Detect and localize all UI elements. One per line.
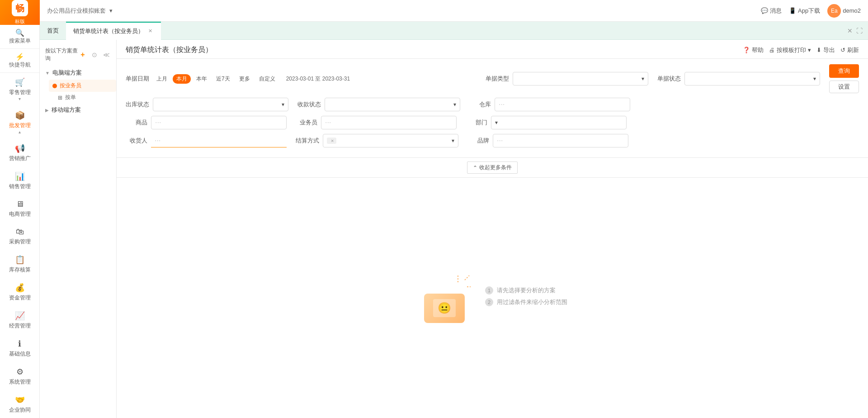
date-tab-last-month[interactable]: 上月 [153,74,171,84]
tree-node-desktop[interactable]: ▼ 电脑端方案 [40,66,116,80]
app-name-label: 办公用品行业模拟账套 [47,7,106,15]
date-tab-custom[interactable]: 自定义 [255,74,279,84]
logo-icon: 畅 [12,0,28,16]
user-profile-btn[interactable]: Ea demo2 [827,4,861,18]
wholesale-icon: 📦 [15,110,25,120]
retail-icon: 🛒 [15,77,25,87]
query-button[interactable]: 查询 [829,64,859,78]
add-scheme-btn[interactable]: + [78,50,87,59]
product-select[interactable]: ··· [151,116,287,129]
settings-button[interactable]: 设置 [829,81,859,93]
help-btn[interactable]: ❓ 帮助 [743,46,764,54]
tab-home[interactable]: 首页 [40,22,66,40]
sidebar-item-basic-info[interactable]: ℹ 基础信息 [0,334,39,362]
tree-node-by-salesperson[interactable]: 按业务员 [49,80,116,92]
department-select[interactable]: ▾ [491,116,627,129]
tree-child-desktop: 按业务员 ⊞ 按单 [40,80,116,103]
empty-hint-2: 2 用过滤条件来缩小分析范围 [485,298,567,306]
left-panel-title: 按以下方案查询 [45,47,78,62]
tree-node-desktop-label: 电脑端方案 [52,69,82,77]
chevron-down-icon: ▾ [452,138,454,144]
date-label: 单据日期 [126,75,153,83]
message-icon: 💬 [761,7,768,14]
settlement-select[interactable]: × ▾ [323,134,458,147]
date-tab-this-year[interactable]: 本年 [193,74,211,84]
sidebar-item-finance[interactable]: 💰 资金管理 [0,278,39,306]
chevron-up-icon: ⌃ [473,165,477,171]
left-panel-header: 按以下方案查询 + ⊙ ≪ [40,45,116,66]
print-btn[interactable]: 🖨 按模板打印 ▾ [769,46,811,54]
chevron-down-icon: ▾ [495,119,498,126]
salesperson-select[interactable]: ··· [321,116,457,129]
avatar: Ea [827,4,841,18]
out-status-label: 出库状态 [126,100,153,109]
brand-select[interactable]: ··· [493,134,628,147]
filter-row-2: 出库状态 ▾ 收款状态 ▾ 仓库 ··· [126,98,859,111]
message-btn[interactable]: 💬 消息 [761,7,782,15]
settlement-clear-btn[interactable]: × [331,138,334,143]
sidebar-item-ecommerce[interactable]: 🖥 电商管理 [0,195,39,223]
tab-close-icon[interactable]: ✕ [146,28,154,35]
sidebar-item-inventory[interactable]: 📋 库存核算 [0,250,39,278]
sidebar-item-search[interactable]: 🔍 搜索菜单 [0,25,39,49]
tree-node-mobile[interactable]: ▶ 移动端方案 [40,103,116,117]
order-status-select[interactable]: ▾ [684,72,820,86]
edit-scheme-btn[interactable]: ⊙ [90,50,99,59]
export-btn[interactable]: ⬇ 导出 [816,46,835,54]
topbar: 办公用品行业模拟账套 ▾ 💬 消息 📱 App下载 Ea demo2 [40,0,868,22]
receiver-label: 收货人 [126,137,151,145]
order-type-select[interactable]: ▾ [513,72,648,86]
date-tab-7days[interactable]: 近7天 [212,74,234,84]
collapse-filters-btn[interactable]: ⌃ 收起更多条件 [467,162,518,174]
tree-grandchild: ⊞ 按单 [49,92,116,103]
sidebar-item-wholesale[interactable]: 📦 批发管理 ▴ [0,106,39,139]
box-face-icon: 😐 [438,302,451,314]
receive-status-select[interactable]: ▾ [325,98,460,111]
salesperson-label: 业务员 [296,119,321,127]
refresh-btn[interactable]: ↺ 刷新 [840,46,859,54]
chevron-down-icon: ▾ [813,76,816,82]
sidebar-item-quicknav[interactable]: ⚡ 快捷导航 [0,49,39,73]
tree-node-by-order[interactable]: ⊞ 按单 [54,92,116,103]
sidebar-item-system[interactable]: ⚙ 系统管理 [0,362,39,390]
operations-icon: 📈 [15,311,25,321]
sidebar-logo[interactable]: 畅 标版 [0,0,40,25]
date-range-display: 2023-03-01 至 2023-03-31 [286,75,350,83]
sales-icon: 📊 [15,171,25,181]
sidebar-item-purchase[interactable]: 🛍 采购管理 [0,223,39,250]
collapse-bar: ⌃ 收起更多条件 [117,158,868,178]
warehouse-select[interactable]: ··· [495,98,630,111]
order-status-label: 单据状态 [657,75,684,83]
page-header: 销货单统计表（按业务员） ❓ 帮助 🖨 按模板打印 ▾ ⬇ 导出 [117,40,868,59]
page-content: 按以下方案查询 + ⊙ ≪ ▼ 电脑端方案 按业务员 ⊞ [40,40,868,418]
receiver-input[interactable]: ··· [151,134,287,147]
date-tab-more[interactable]: 更多 [236,74,254,84]
export-icon: ⬇ [816,47,821,53]
sidebar-item-marketing[interactable]: 📢 营销推广 [0,139,39,167]
sidebar-item-operations[interactable]: 📈 经营管理 [0,306,39,334]
sidebar-item-collab[interactable]: 🤝 企业协同 [0,390,39,418]
tab-actions: ✕ ⛶ [842,27,868,34]
collapse-panel-btn[interactable]: ≪ [102,50,111,59]
topbar-dropdown-icon[interactable]: ▾ [109,7,113,14]
order-type-label: 单据类型 [486,75,513,83]
collab-icon: 🤝 [15,395,25,405]
sidebar-item-retail[interactable]: 🛒 零售管理 ▾ [0,73,39,106]
date-tab-this-month[interactable]: 本月 [173,74,191,84]
page-header-actions: ❓ 帮助 🖨 按模板打印 ▾ ⬇ 导出 ↺ 刷新 [743,46,859,54]
refresh-icon: ↺ [840,47,845,53]
sidebar-item-sales[interactable]: 📊 销售管理 [0,167,39,195]
finance-icon: 💰 [15,283,25,293]
chevron-down-icon: ▾ [453,101,456,108]
tab-sales-stat[interactable]: 销货单统计表（按业务员） ✕ [66,22,161,40]
filter-row-1: 单据日期 上月 本月 本年 近7天 更多 自定义 2023-03-01 至 20… [126,64,859,93]
tab-action-minimize[interactable]: ✕ [847,27,853,34]
marketing-icon: 📢 [15,143,25,153]
empty-state-content: 😐 1 请先选择要分析的方 [417,273,567,323]
app-download-btn[interactable]: 📱 App下载 [789,7,820,15]
out-status-select[interactable]: ▾ [153,98,288,111]
department-label: 部门 [466,119,491,127]
tab-action-maximize[interactable]: ⛶ [856,27,863,34]
topbar-right: 💬 消息 📱 App下载 Ea demo2 [761,4,861,18]
system-icon: ⚙ [16,367,24,377]
